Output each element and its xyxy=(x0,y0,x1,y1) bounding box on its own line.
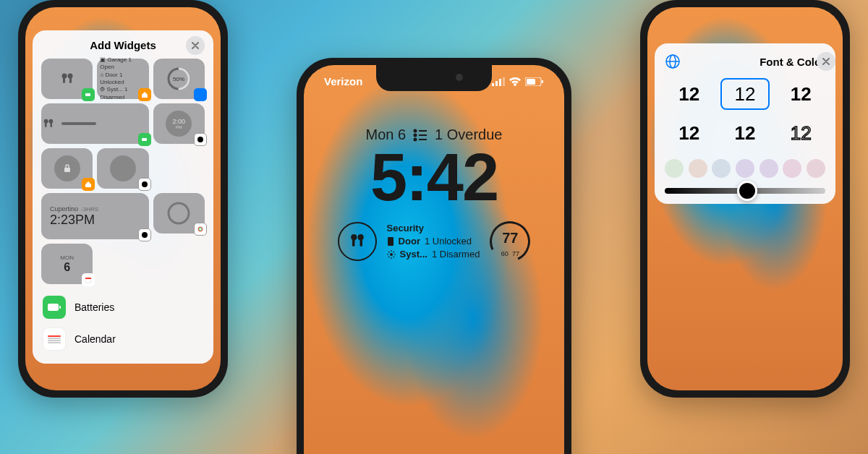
svg-rect-14 xyxy=(64,168,70,172)
font-grid: 12 12 12 12 12 12 xyxy=(665,78,825,149)
date-num: 6 xyxy=(64,261,70,274)
svg-rect-26 xyxy=(499,79,501,86)
color-swatch-1[interactable] xyxy=(689,159,707,178)
widget-calendar[interactable]: MON 6 xyxy=(41,244,93,284)
close-icon xyxy=(822,58,830,65)
phone-left: Add Widgets ▣ Garage 1 Open ⌂ Door 1 Unl… xyxy=(18,0,228,398)
phone-center: Verizon Mon 6 1 Overdue 5:42 xyxy=(297,58,571,454)
app-calendar[interactable]: Calendar xyxy=(41,323,205,355)
svg-rect-24 xyxy=(492,83,494,86)
font-option-2[interactable]: 12 xyxy=(720,78,769,110)
weather-range: 60 77 xyxy=(490,250,530,257)
phone-center-screen: Verizon Mon 6 1 Overdue 5:42 xyxy=(304,65,564,454)
widget-security[interactable]: Security Door1 Unlocked Syst...1 Disarme… xyxy=(387,221,480,262)
svg-rect-4 xyxy=(85,93,90,96)
svg-rect-27 xyxy=(503,77,505,86)
lock-icon xyxy=(62,163,72,174)
svg-rect-21 xyxy=(85,278,91,279)
city-time: 2:23PM xyxy=(50,213,95,228)
color-swatch-3[interactable] xyxy=(736,159,754,178)
airpods-icon xyxy=(347,231,367,252)
widget-world-clock[interactable]: Cupertino -3HRS 2:23PM xyxy=(41,193,149,239)
font-option-4[interactable]: 12 xyxy=(665,117,713,149)
weather-temp: 77 xyxy=(490,230,530,247)
blue-badge-icon xyxy=(194,88,207,101)
color-swatch-6[interactable] xyxy=(807,159,825,178)
globe-icon[interactable] xyxy=(665,53,681,69)
airpods-icon xyxy=(59,70,76,87)
home-badge-icon xyxy=(82,178,95,191)
widget-airpods[interactable] xyxy=(41,59,93,99)
wifi-icon xyxy=(509,77,521,86)
font-option-3[interactable]: 12 xyxy=(777,78,825,110)
app-label: Batteries xyxy=(75,301,114,313)
font-color-panel: Font & Color 12 12 12 12 12 12 xyxy=(655,43,835,204)
widget-ring-2[interactable] xyxy=(153,193,205,234)
svg-rect-12 xyxy=(142,138,147,141)
color-row xyxy=(665,159,825,178)
app-batteries[interactable]: Batteries xyxy=(41,291,205,323)
svg-rect-30 xyxy=(542,80,543,83)
widget-lock[interactable] xyxy=(41,148,93,189)
intensity-slider[interactable] xyxy=(665,188,825,194)
battery-badge-icon xyxy=(82,88,95,101)
ring-icon: 50% xyxy=(166,66,192,92)
lockscreen: Mon 6 1 Overdue 5:42 Security Door1 Unlo… xyxy=(304,127,564,262)
svg-point-15 xyxy=(142,181,148,187)
widget-airpods-wide[interactable] xyxy=(41,103,149,144)
home-badge-icon xyxy=(138,88,151,101)
ring-icon xyxy=(166,200,192,226)
date-dow: MON xyxy=(60,254,74,261)
svg-text:50%: 50% xyxy=(173,76,184,82)
svg-point-13 xyxy=(197,137,203,142)
widget-battery-ring[interactable]: 50% xyxy=(153,59,205,99)
app-label: Calendar xyxy=(75,333,116,345)
panel-header: Add Widgets xyxy=(41,39,205,51)
panel-header: Font & Color xyxy=(665,53,825,69)
mini-time: 2:00 xyxy=(173,118,186,125)
svg-point-33 xyxy=(414,134,417,136)
lockscreen-time[interactable]: 5:42 xyxy=(304,140,564,215)
activity-badge-icon xyxy=(194,223,207,236)
security-title: Security xyxy=(387,222,480,235)
panel-title: Add Widgets xyxy=(90,39,156,51)
door-icon xyxy=(387,237,394,246)
add-widgets-panel: Add Widgets ▣ Garage 1 Open ⌂ Door 1 Unl… xyxy=(33,30,213,364)
close-icon xyxy=(192,42,199,49)
color-swatch-4[interactable] xyxy=(760,159,778,178)
widget-clock-small[interactable]: 2:00 PM xyxy=(153,103,205,144)
phone-left-screen: Add Widgets ▣ Garage 1 Open ⌂ Door 1 Unl… xyxy=(25,7,221,390)
svg-point-16 xyxy=(142,232,148,238)
svg-point-19 xyxy=(199,228,202,231)
close-button[interactable] xyxy=(186,36,205,55)
color-swatch-0[interactable] xyxy=(665,159,684,178)
panel-title: Font & Color xyxy=(760,56,825,68)
close-button[interactable] xyxy=(817,52,835,71)
widget-airpods[interactable] xyxy=(338,221,377,262)
widget-circle[interactable] xyxy=(97,148,148,189)
clock-badge-icon xyxy=(138,178,151,191)
svg-rect-40 xyxy=(359,239,362,247)
widget-security[interactable]: ▣ Garage 1 Open ⌂ Door 1 Unlocked ⚙ Syst… xyxy=(97,59,148,99)
phone-right: Font & Color 12 12 12 12 12 12 xyxy=(640,0,850,398)
svg-rect-11 xyxy=(51,122,53,127)
batteries-app-icon xyxy=(43,296,66,319)
carrier-label: Verizon xyxy=(324,75,362,87)
font-option-5[interactable]: 12 xyxy=(720,117,769,149)
slider-thumb[interactable] xyxy=(737,181,757,201)
phone-right-screen: Font & Color 12 12 12 12 12 12 xyxy=(647,7,843,390)
battery-icon xyxy=(525,77,544,86)
city-label: Cupertino xyxy=(50,205,78,213)
svg-point-31 xyxy=(414,129,417,132)
color-swatch-2[interactable] xyxy=(712,159,731,178)
svg-point-17 xyxy=(169,203,189,223)
font-option-1[interactable]: 12 xyxy=(665,78,713,110)
svg-rect-3 xyxy=(69,77,72,83)
cellular-icon xyxy=(492,77,505,86)
widget-weather[interactable]: 77 60 77 xyxy=(490,221,530,262)
widget-apps-list: Batteries Calendar xyxy=(41,291,205,355)
color-swatch-5[interactable] xyxy=(783,159,801,178)
svg-point-42 xyxy=(390,253,393,256)
status-icons xyxy=(492,75,544,87)
font-option-6[interactable]: 12 xyxy=(777,117,825,149)
